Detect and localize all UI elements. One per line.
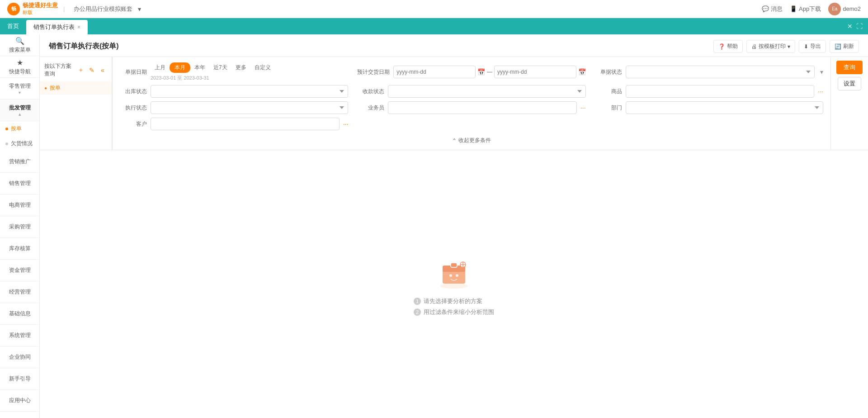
sidebar-item-basic[interactable]: 基础信息 (0, 303, 39, 325)
brand-label: 标版 (23, 9, 58, 16)
page-subtitle: 办公用品行业模拟账套 (74, 5, 132, 13)
message-action[interactable]: 💬 消息 (762, 5, 783, 13)
collapse-label: 收起更多条件 (458, 137, 491, 144)
customer-dots[interactable]: ··· (343, 120, 349, 128)
last7-tab[interactable]: 近7天 (209, 62, 231, 73)
salesperson-label: 业务员 (357, 104, 384, 112)
collapse-chevron-icon: ⌃ (452, 138, 457, 144)
this-month-tab[interactable]: 本月 (170, 62, 190, 73)
date-label: 单据日期 (120, 68, 147, 76)
sidebar-item-purchase[interactable]: 采购管理 (0, 216, 39, 238)
this-year-tab[interactable]: 本年 (190, 62, 209, 73)
customer-input[interactable] (151, 118, 340, 130)
product-dots[interactable]: ··· (818, 88, 823, 95)
filter-row-1: 单据日期 上月 本月 本年 近7天 更多 自定义 20 (120, 62, 823, 85)
scheme-item-按单[interactable]: ● 按单 (40, 81, 112, 95)
scheme-panel-header: 按以下方案查询 ＋ ✎ « (40, 62, 112, 81)
refresh-icon: 🔄 (835, 43, 841, 50)
print-icon: 🖨 (751, 43, 757, 50)
dept-select[interactable] (626, 101, 823, 114)
export-button[interactable]: ⬇ 导出 (799, 40, 826, 53)
query-buttons: 查询 设置 (830, 57, 868, 150)
salesperson-dots[interactable]: ··· (580, 104, 586, 111)
maximize-icon[interactable]: ⛶ (856, 23, 863, 30)
sidebar-appcenter-label: 应用中心 (9, 397, 31, 404)
help-icon: ❓ (718, 43, 725, 50)
custom-tab[interactable]: 自定义 (250, 62, 275, 73)
sidebar-sub-欠货情况[interactable]: 欠货情况 (0, 136, 39, 151)
product-input[interactable] (626, 85, 815, 98)
search-icon: 🔍 (15, 37, 24, 45)
payment-label: 收款状态 (357, 88, 384, 95)
tab-home[interactable]: 首页 (0, 18, 26, 34)
query-button[interactable]: 查询 (836, 61, 863, 74)
scheme-collapse-button[interactable]: « (98, 66, 107, 75)
customer-filter: 客户 ··· (120, 118, 348, 130)
exec-status-select[interactable] (151, 101, 348, 114)
order-status-dropdown-icon[interactable]: ▾ (820, 68, 823, 76)
calendar-icon-1[interactable]: 📅 (477, 68, 485, 76)
scheme-active-icon: ● (44, 86, 47, 90)
expected-date-start[interactable] (393, 66, 476, 78)
tab-sales-order[interactable]: 销售订单执行表 × (26, 20, 88, 34)
more-tab[interactable]: 更多 (231, 62, 250, 73)
sidebar-item-finance[interactable]: 资金管理 (0, 260, 39, 281)
filter-row-2: 出库状态 收款状态 商品 (120, 85, 823, 101)
header-right: 💬 消息 📱 App下载 Ea demo2 (762, 3, 861, 15)
sidebar: 🔍 搜索菜单 ★ 快捷导航 零售管理 ▾ 批发管理 ▴ 按单 欠货情况 (0, 34, 40, 418)
collapse-button[interactable]: ⌃ 收起更多条件 (452, 137, 491, 144)
payment-select[interactable] (388, 85, 585, 98)
last-month-tab[interactable]: 上月 (151, 62, 170, 73)
help-button[interactable]: ❓ 帮助 (713, 40, 743, 53)
sidebar-item-sales[interactable]: 销售管理 (0, 173, 39, 195)
sidebar-item-inventory[interactable]: 库存核算 (0, 238, 39, 260)
sidebar-item-appcenter[interactable]: 应用中心 (0, 390, 39, 412)
order-status-filter: 单据状态 ▾ (595, 62, 823, 81)
expected-date-end[interactable] (494, 66, 576, 78)
logo-icon: 畅 (7, 3, 20, 15)
app-download-icon: 📱 (790, 5, 797, 12)
order-status-label: 单据状态 (595, 68, 622, 76)
sidebar-item-wholesale[interactable]: 批发管理 ▴ (0, 100, 39, 121)
subtitle-dropdown-button[interactable]: ▾ (136, 5, 143, 13)
sidebar-item-marketing[interactable]: 营销推广 (0, 151, 39, 173)
scheme-edit-button[interactable]: ✎ (87, 66, 96, 75)
sidebar-item-search[interactable]: 🔍 搜索菜单 (0, 34, 39, 56)
sidebar-item-enterprise[interactable]: 企业协同 (0, 347, 39, 368)
app-download-action[interactable]: 📱 App下载 (790, 5, 821, 13)
sidebar-purchase-label: 采购管理 (9, 223, 31, 231)
filter-row-4: 客户 ··· (120, 118, 823, 134)
scheme-panel-title: 按以下方案查询 (44, 62, 76, 78)
minimize-icon[interactable]: ✕ (847, 23, 853, 30)
sidebar-item-wechat[interactable]: 企业微信 (0, 412, 39, 418)
order-status-select[interactable] (626, 66, 815, 78)
date-separator: — (487, 69, 492, 75)
sidebar-sub-按单[interactable]: 按单 (0, 121, 39, 136)
sidebar-item-ecommerce[interactable]: 电商管理 (0, 195, 39, 216)
salesperson-input[interactable] (388, 101, 577, 114)
message-label: 消息 (771, 5, 783, 13)
sidebar-item-operations[interactable]: 经营管理 (0, 281, 39, 303)
logo-area: 畅 畅捷通好生意 标版 (7, 2, 58, 16)
page-header: 销售订单执行表(按单) ❓ 帮助 🖨 按模板打印 ▾ ⬇ 导出 🔄 刷新 (40, 34, 868, 57)
sidebar-item-retail[interactable]: 零售管理 ▾ (0, 78, 39, 100)
sidebar-quicknav-label: 快捷导航 (9, 68, 31, 76)
wholesale-arrow: ▴ (19, 112, 21, 117)
user-action[interactable]: Ea demo2 (828, 3, 861, 15)
tab-close-icon[interactable]: × (77, 24, 80, 30)
orange-dot-icon (5, 128, 8, 130)
calendar-icon-2[interactable]: 📅 (578, 68, 586, 76)
sidebar-item-system[interactable]: 系统管理 (0, 325, 39, 347)
sidebar-item-quicknav[interactable]: ★ 快捷导航 (0, 56, 39, 78)
delivery-select[interactable] (151, 85, 348, 98)
retail-arrow: ▾ (19, 90, 21, 95)
tip-num-2: 2 (414, 309, 421, 316)
print-dropdown-icon: ▾ (788, 43, 790, 50)
scheme-add-button[interactable]: ＋ (76, 66, 85, 75)
sidebar-item-guide[interactable]: 新手引导 (0, 368, 39, 390)
exec-status-label: 执行状态 (120, 104, 147, 112)
template-print-button[interactable]: 🖨 按模板打印 ▾ (746, 40, 795, 53)
empty-tips: 1 请先选择要分析的方案 2 用过滤条件来缩小分析范围 (414, 297, 494, 316)
refresh-button[interactable]: 🔄 刷新 (830, 40, 859, 53)
settings-button[interactable]: 设置 (838, 77, 861, 90)
